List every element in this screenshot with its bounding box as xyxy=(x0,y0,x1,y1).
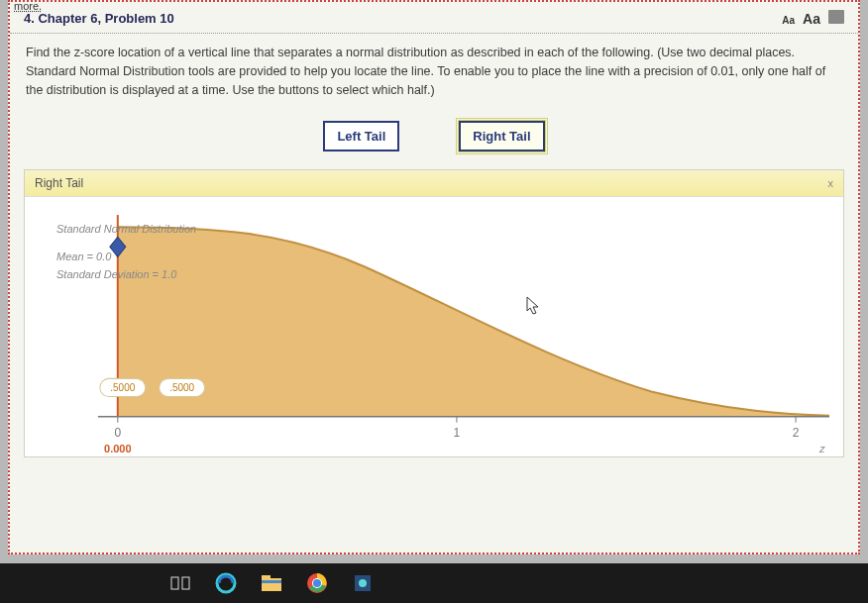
print-icon[interactable] xyxy=(828,10,844,24)
left-tail-button[interactable]: Left Tail xyxy=(323,121,399,151)
x-axis-label: z xyxy=(818,443,825,454)
sd-label: Standard Deviation = 1.0 xyxy=(56,268,196,280)
svg-rect-9 xyxy=(171,577,178,589)
taskbar xyxy=(0,563,868,603)
panel-title: Right Tail xyxy=(35,176,83,190)
more-link[interactable]: more. xyxy=(14,0,42,12)
svg-rect-13 xyxy=(262,575,271,580)
edge-icon[interactable] xyxy=(214,571,238,595)
panel-close-button[interactable]: x xyxy=(828,177,834,189)
mean-label: Mean = 0.0 xyxy=(56,251,196,262)
left-area-badge: .5000 xyxy=(100,379,146,397)
svg-point-19 xyxy=(359,579,367,587)
x-tick-2: 2 xyxy=(793,426,800,440)
tail-button-group: Left Tail Right Tail xyxy=(10,107,858,169)
problem-title: Chapter 6, Problem 10 xyxy=(38,11,173,26)
problem-header: 4. Chapter 6, Problem 10 Aa Aa xyxy=(10,2,858,34)
task-view-icon[interactable] xyxy=(168,571,192,595)
right-area-badge: .5000 xyxy=(160,379,205,397)
chart-area[interactable]: Standard Normal Distribution Mean = 0.0 … xyxy=(25,197,843,456)
file-explorer-icon[interactable] xyxy=(260,571,283,595)
svg-rect-14 xyxy=(262,580,281,583)
app-icon[interactable] xyxy=(351,571,375,595)
svg-point-17 xyxy=(313,579,321,587)
problem-number: 4. xyxy=(24,11,35,26)
text-size-controls: Aa Aa xyxy=(782,10,844,27)
x-tick-1: 1 xyxy=(454,426,461,440)
distribution-label: Standard Normal Distribution xyxy=(56,223,196,235)
chrome-icon[interactable] xyxy=(305,571,329,595)
text-size-large-button[interactable]: Aa xyxy=(803,11,820,27)
slider-value: 0.000 xyxy=(104,443,131,454)
x-tick-0: 0 xyxy=(114,426,121,440)
text-size-small-button[interactable]: Aa xyxy=(782,15,795,26)
right-tail-button[interactable]: Right Tail xyxy=(459,121,544,151)
svg-text:.5000: .5000 xyxy=(169,383,194,394)
svg-text:.5000: .5000 xyxy=(110,383,135,394)
svg-rect-10 xyxy=(182,577,189,589)
instructions-text: Find the z-score location of a vertical … xyxy=(10,34,858,107)
distribution-panel: Right Tail x Standard Normal Distributio… xyxy=(24,169,844,457)
